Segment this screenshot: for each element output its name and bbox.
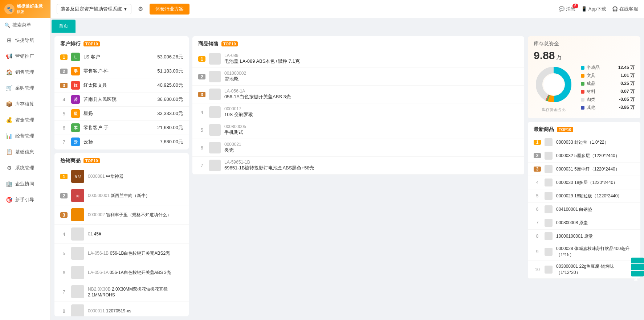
legend-item-4: 材料 0.07 万 [581, 89, 635, 95]
logo-sub: 标版 [17, 9, 43, 15]
page-tabs: 首页 [51, 18, 644, 33]
hot-product-code-2: 000500001 新西兰牛肉（新牛） [88, 193, 183, 199]
sidebar-item-quick-nav[interactable]: ⊞ 快捷导航 [0, 32, 50, 48]
sidebar-item-finance-label: 资金管理 [15, 117, 34, 123]
latest-product-text-9: 0000028 体碱嘉枝味苏打饮品400毫升（1*15） [556, 246, 635, 258]
sidebar-item-operation[interactable]: 📊 经营管理 [0, 128, 50, 144]
online-service-action[interactable]: 🎧 在线客服 [612, 6, 638, 12]
latest-product-icon-8 [545, 232, 553, 240]
hot-product-img-5 [71, 247, 84, 260]
product-sales-header: 商品销售 TOP10 [192, 36, 524, 50]
sidebar-item-guide[interactable]: 🎯 新手引导 [0, 192, 50, 208]
hot-product-code-6: LA-056-1A 056-1A白色按键开关盖ABS 3壳 [88, 270, 183, 276]
product-name-1: 电池盖 LA-089 ABS本色+黑种 7.1克 [224, 58, 518, 65]
sidebar-item-operation-label: 经营管理 [15, 133, 34, 139]
sidebar-item-sales[interactable]: 🏠 销售管理 [0, 64, 50, 80]
hot-rank-8: 8 [60, 308, 68, 314]
content-area: 客户排行 TOP10 1 L LS 客户 53,006.26元 2 零 零售客户… [51, 33, 644, 320]
phone-icon: 📱 [581, 6, 587, 12]
legend-dot-2 [581, 74, 584, 78]
hot-rank-7: 7 [60, 289, 68, 295]
hot-rank-4: 4 [60, 231, 68, 237]
customer-amount-1: 53,006.26元 [157, 54, 183, 60]
sidebar-item-purchase-label: 采购管理 [15, 85, 34, 91]
hot-product-item-7: 7 NB2.0X30B 2.0X30MM双搓花轴搓花直径2.1MM/ROHS [54, 282, 189, 301]
hot-products-badge: TOP10 [83, 158, 100, 163]
app-logo: 🐾 畅捷通好生意 标版 [0, 0, 50, 18]
legend-val-2: 1.01 万 [620, 73, 635, 79]
legend-list: 半成品 12.45 万 文具 1.01 万 成品 0.25 万 [581, 65, 635, 112]
float-btn-community[interactable]: 服务社区 [631, 264, 644, 270]
customer-ranking-badge: TOP10 [83, 41, 100, 46]
hot-products-title: 热销商品 [60, 157, 81, 164]
tab-home[interactable]: 首页 [52, 20, 76, 33]
sidebar-item-base-info-label: 基础信息 [15, 149, 34, 155]
marketing-icon: 📢 [6, 53, 12, 60]
customer-avatar-1: L [71, 53, 80, 61]
sidebar-item-finance[interactable]: 💰 资金管理 [0, 112, 50, 128]
inventory-title: 库存总资金 [534, 41, 559, 47]
legend-dot-5 [581, 98, 584, 102]
trial-button[interactable]: 体验行业方案 [150, 4, 189, 15]
legend-item-5: 肉类 -0.05 万 [581, 97, 635, 103]
sidebar-item-marketing[interactable]: 📢 营销推广 [0, 48, 50, 64]
hot-product-code-3: 0000002 智利车子里（规格不知道填什么） [88, 212, 183, 218]
legend-name-2: 文具 [587, 73, 618, 79]
customer-amount-4: 36,600.00元 [157, 96, 183, 103]
customer-amount-2: 51,183.00元 [157, 68, 183, 74]
product-rank-1: 1 [198, 56, 205, 62]
finance-icon: 💰 [6, 117, 12, 123]
hot-products-header: 热销商品 TOP10 [54, 153, 189, 167]
product-info-6: 0000021 夹壳 [224, 142, 518, 153]
hot-product-img-1: 食品 [71, 170, 84, 183]
app-download-action[interactable]: 📱 App下载 [581, 6, 606, 12]
product-sales-badge: TOP10 [221, 41, 238, 46]
hot-product-img-2: 肉 [71, 189, 84, 202]
middle-panel: 商品销售 TOP10 1 LA-089 电池盖 LA-089 ABS本色+黑种 … [192, 36, 524, 316]
donut-chart [534, 65, 574, 104]
latest-rank-5: 5 [534, 193, 541, 198]
message-action[interactable]: 💬 消息 6 [559, 6, 575, 12]
sidebar-item-base-info[interactable]: 📋 基础信息 [0, 144, 50, 160]
float-btn-service[interactable]: 客服热线 [631, 258, 644, 263]
latest-rank-10: 10 [534, 267, 541, 272]
hot-product-code-7: NB2.0X30B 2.0X30MM双搓花轴搓花直径2.1MM/ROHS [88, 286, 183, 298]
sidebar-item-sys-mgmt[interactable]: ⚙ 系统管理 [0, 160, 50, 176]
latest-product-item-5: 5 0000029 18颗粒板（1220*2440） [528, 189, 640, 203]
hot-products-list: 1 食品 0000001 中华神器 2 肉 000500001 新西兰牛肉（新牛… [54, 167, 189, 316]
system-title-dropdown[interactable]: 装备及固定资产辅助管理系统 ▼ [57, 4, 131, 14]
search-menu[interactable]: 🔍 搜索菜单 [0, 18, 50, 32]
product-rank-5: 5 [198, 127, 205, 133]
latest-product-item-7: 7 000800008 原圭 [528, 216, 640, 230]
main-wrap: 装备及固定资产辅助管理系统 ▼ ⚙ 体验行业方案 💬 消息 6 📱 App下载 … [51, 0, 644, 320]
latest-product-item-1: 1 0000033 封边带（1.0*22） [528, 136, 640, 149]
latest-product-text-10: 003800001 22g鱼豆腐·烧烤味（1*12*20） [556, 263, 635, 276]
product-name-5: 手机测试 [224, 129, 518, 136]
legend-item-1: 半成品 12.45 万 [581, 65, 635, 71]
settings-gear-button[interactable]: ⚙ [135, 4, 146, 15]
legend-dot-4 [581, 90, 584, 94]
latest-rank-6: 6 [534, 207, 541, 212]
sidebar-item-enterprise[interactable]: 🏢 企业协同 [0, 176, 50, 192]
product-rank-item-6: 6 0000021 夹壳 [192, 139, 524, 157]
product-code-2: 001000002 [224, 71, 518, 76]
sidebar-item-inventory[interactable]: 📦 库存核算 [0, 96, 50, 112]
latest-products-list: 1 0000033 封边带（1.0*22） 2 0000032 5厘多层（122… [528, 136, 640, 279]
legend-item-2: 文具 1.01 万 [581, 73, 635, 79]
enterprise-icon: 🏢 [6, 181, 12, 187]
legend-val-3: 0.25 万 [620, 81, 635, 87]
product-name-3: 056-1A白色按键开关盖ABS 3壳 [224, 94, 518, 100]
latest-product-icon-5 [545, 192, 553, 200]
customer-rank-list: 1 L LS 客户 53,006.26元 2 零 零售客户-许 51,183.0… [54, 50, 189, 149]
hot-product-item-3: 3 0000002 智利车子里（规格不知道填什么） [54, 205, 189, 225]
legend-dot-1 [581, 66, 584, 70]
hot-product-img-3 [71, 208, 84, 221]
legend-val-1: 12.45 万 [618, 65, 635, 71]
float-btn-live[interactable]: 直播 [631, 271, 644, 276]
legend-name-3: 成品 [587, 81, 618, 87]
sidebar-item-purchase[interactable]: 🛒 采购管理 [0, 80, 50, 96]
hot-product-img-7 [71, 285, 84, 298]
product-info-3: LA-056-1A 056-1A白色按键开关盖ABS 3壳 [224, 89, 518, 100]
sidebar-item-sys-mgmt-label: 系统管理 [15, 165, 34, 171]
sidebar-item-inventory-label: 库存核算 [15, 101, 34, 107]
